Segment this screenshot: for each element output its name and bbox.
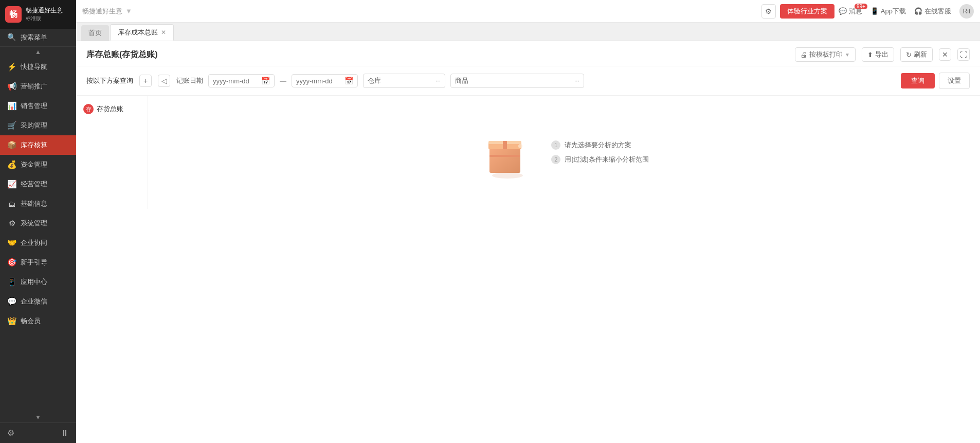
sidebar-item-sales[interactable]: 📊 销售管理 [0, 96, 76, 116]
refresh-icon: ↻ [906, 51, 912, 59]
warehouse-more-icon: ··· [435, 77, 441, 84]
online-support-btn[interactable]: 🎧 在线客服 [914, 7, 951, 16]
sales-icon: 📊 [7, 101, 16, 111]
svg-rect-5 [503, 141, 507, 149]
sidebar-item-label: 系统管理 [21, 219, 47, 228]
sidebar-item-label: 应用中心 [21, 277, 47, 287]
empty-state: 1 请先选择要分析的方案 2 用[过滤]条件来缩小分析范围 [148, 96, 980, 209]
breadcrumb: 畅捷通好生意 ▼ [82, 7, 757, 16]
date-start-field[interactable] [213, 77, 259, 85]
finance-icon: 💰 [7, 160, 16, 169]
tip-num-2: 2 [551, 155, 560, 164]
sidebar-item-wechat[interactable]: 💬 企业微信 [0, 292, 76, 311]
panel-close-btn[interactable]: ✕ [939, 48, 951, 61]
avatar-text: Rit [963, 8, 971, 15]
filter-scheme-add-btn[interactable]: + [139, 75, 152, 87]
trial-industry-btn[interactable]: 体验行业方案 [780, 4, 834, 19]
sidebar-item-newguide[interactable]: 🎯 新手引导 [0, 253, 76, 272]
sidebar-menu: ⚡ 快捷导航 📢 营销推广 📊 销售管理 🛒 采购管理 📦 库存核算 💰 资金管… [0, 57, 76, 412]
filter-settings-btn[interactable]: 设置 [939, 73, 970, 89]
sidebar-item-operation[interactable]: 📈 经营管理 [0, 174, 76, 194]
filter-scheme-collapse-btn[interactable]: ◁ [158, 75, 170, 87]
filter-scheme-label: 按以下方案查询 [86, 76, 133, 85]
query-btn[interactable]: 查询 [901, 73, 935, 88]
tab-home[interactable]: 首页 [81, 25, 109, 41]
topbar: 畅捷通好生意 ▼ ⚙ 体验行业方案 💬 消息 99+ 📱 App下载 🎧 在线客… [76, 0, 980, 23]
operation-icon: 📈 [7, 180, 16, 189]
app-download-btn[interactable]: 📱 App下载 [870, 7, 906, 16]
tab-home-label: 首页 [88, 28, 102, 38]
tabs-bar: 首页 库存成本总账 ✕ [76, 23, 980, 41]
empty-with-tips: 1 请先选择要分析的方案 2 用[过滤]条件来缩小分析范围 [479, 127, 648, 178]
product-select[interactable]: 商品 ··· [450, 74, 584, 88]
date-end-field[interactable] [296, 77, 342, 85]
refresh-label: 刷新 [914, 50, 927, 59]
online-support-label: 在线客服 [924, 7, 951, 16]
message-btn[interactable]: 💬 消息 99+ [839, 7, 862, 16]
print-label: 按模板打印 [809, 50, 843, 59]
user-avatar[interactable]: Rit [959, 4, 974, 19]
page-header: 库存总账(存货总账) 🖨 按模板打印 ▼ ⬆ 导出 ↻ 刷新 ✕ ⛶ [76, 41, 980, 66]
wechat-icon: 💬 [7, 297, 16, 306]
warehouse-label: 仓库 [368, 76, 433, 85]
breadcrumb-text: 畅捷通好生意 [82, 7, 122, 16]
tab-close-btn[interactable]: ✕ [161, 29, 166, 36]
sidebar-item-system[interactable]: ⚙ 系统管理 [0, 214, 76, 233]
main-area: 畅捷通好生意 ▼ ⚙ 体验行业方案 💬 消息 99+ 📱 App下载 🎧 在线客… [76, 0, 980, 443]
sidebar-item-label: 采购管理 [21, 121, 47, 130]
sidebar-item-label: 企业协同 [21, 238, 47, 247]
svg-rect-2 [489, 147, 520, 173]
sidebar-item-label: 营销推广 [21, 82, 47, 91]
sidebar-footer: ⚙ ⏸ [0, 422, 76, 443]
sidebar-scroll-up[interactable]: ▲ [0, 47, 76, 57]
scheme-item-inventory-ledger[interactable]: 存 存货总账 [76, 100, 148, 118]
scheme-icon: 存 [83, 104, 94, 114]
sidebar-item-inventory[interactable]: 📦 库存核算 [0, 135, 76, 155]
sidebar-item-quick-nav[interactable]: ⚡ 快捷导航 [0, 57, 76, 77]
settings-footer-btn[interactable]: ⚙ [7, 428, 14, 438]
audio-footer-btn[interactable]: ⏸ [61, 429, 69, 438]
calendar-end-icon[interactable]: 📅 [344, 77, 353, 85]
logo-icon: 畅 [5, 6, 22, 23]
sidebar-item-basic[interactable]: 🗂 基础信息 [0, 194, 76, 214]
filter-actions: 查询 设置 [901, 73, 970, 89]
settings-icon: ⚙ [765, 7, 772, 15]
export-btn[interactable]: ⬆ 导出 [862, 47, 894, 62]
svg-point-7 [518, 144, 522, 148]
sidebar-item-member[interactable]: 👑 畅会员 [0, 311, 76, 331]
mobile-icon: 📱 [870, 7, 879, 15]
sidebar-search-label: 搜索菜单 [21, 33, 47, 42]
appcenter-icon: 📱 [7, 277, 16, 287]
print-btn[interactable]: 🖨 按模板打印 ▼ [795, 47, 856, 62]
sidebar-item-marketing[interactable]: 📢 营销推广 [0, 77, 76, 96]
quick-nav-icon: ⚡ [7, 62, 16, 72]
sidebar-item-finance[interactable]: 💰 资金管理 [0, 155, 76, 174]
tip-text-1: 请先选择要分析的方案 [565, 140, 631, 150]
sidebar-search[interactable]: 🔍 搜索菜单 [0, 29, 76, 47]
empty-illustration [479, 127, 531, 178]
topbar-settings-btn[interactable]: ⚙ [761, 4, 776, 19]
refresh-btn[interactable]: ↻ 刷新 [900, 47, 933, 62]
app-download-label: App下载 [881, 7, 906, 16]
sidebar-scroll-down[interactable]: ▼ [0, 412, 76, 422]
date-end-input[interactable]: 📅 [292, 74, 358, 87]
print-dropdown-icon: ▼ [845, 52, 850, 58]
sidebar-item-label: 企业微信 [21, 297, 47, 306]
svg-rect-6 [489, 155, 520, 157]
sidebar-item-label: 畅会员 [21, 316, 41, 326]
warehouse-select[interactable]: 仓库 ··· [363, 74, 445, 88]
tab-inventory-cost[interactable]: 库存成本总账 ✕ [110, 24, 174, 41]
basic-icon: 🗂 [7, 199, 16, 208]
sidebar-item-enterprise[interactable]: 🤝 企业协同 [0, 233, 76, 253]
newguide-icon: 🎯 [7, 258, 16, 267]
sidebar: 畅 畅捷通好生意 标准版 🔍 搜索菜单 ▲ ⚡ 快捷导航 📢 营销推广 📊 销售… [0, 0, 76, 443]
calendar-start-icon[interactable]: 📅 [261, 77, 270, 85]
sidebar-item-appcenter[interactable]: 📱 应用中心 [0, 272, 76, 292]
marketing-icon: 📢 [7, 82, 16, 91]
app-name: 畅捷通好生意 [26, 7, 63, 15]
export-icon: ⬆ [867, 51, 873, 59]
date-start-input[interactable]: 📅 [208, 74, 275, 87]
panel-expand-btn[interactable]: ⛶ [957, 48, 970, 61]
sidebar-item-purchase[interactable]: 🛒 采购管理 [0, 116, 76, 135]
inventory-icon: 📦 [7, 140, 16, 150]
